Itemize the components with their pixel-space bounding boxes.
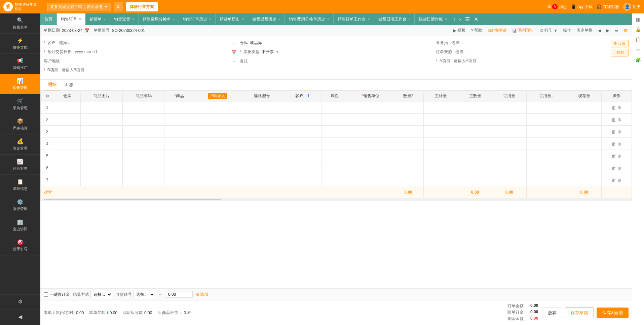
operation-btn[interactable]: 操作 <box>562 27 572 34</box>
sidebar-item-marketing[interactable]: 📢 营销推广 <box>0 54 40 74</box>
add-material-btn[interactable]: + 物料 <box>611 49 629 56</box>
one-click-checkbox-input[interactable] <box>44 292 48 297</box>
cell-stock[interactable] <box>567 101 601 114</box>
delete-icon[interactable]: 🗑 <box>611 153 616 159</box>
payment-method-select[interactable]: 选择... <box>90 291 112 298</box>
tab-summary[interactable]: 汇总 <box>61 80 77 90</box>
address-dots[interactable]: ··· <box>233 59 236 64</box>
nav-prev-btn[interactable]: ◀ <box>597 28 602 34</box>
print-btn[interactable]: 🖨 打印 ▼ <box>538 27 559 34</box>
tab-refund-history[interactable]: 销货退货历史 × <box>248 13 285 25</box>
copy-icon[interactable]: ⊕ <box>617 153 621 159</box>
sidebar-item-system[interactable]: ⚙️ 系统管理 <box>0 195 40 215</box>
right-star-btn[interactable]: ☆ <box>634 45 643 54</box>
sidebar-collapse-btn[interactable]: ◀ <box>0 310 40 325</box>
sidebar-item-quick[interactable]: ⚡ 快捷导航 <box>0 34 40 54</box>
customer-dots[interactable]: ··· <box>233 41 236 45</box>
tab-close-icon[interactable]: × <box>173 17 175 21</box>
help-btn[interactable]: ? 帮助 <box>469 27 484 34</box>
info-icon[interactable]: ℹ <box>107 310 108 315</box>
tab-return-history[interactable]: 销货单历史 × <box>216 13 248 25</box>
delete-icon[interactable]: 🗑 <box>611 165 616 171</box>
profit-btn[interactable]: 📊 毛利预告 <box>510 27 535 34</box>
order-source-input[interactable] <box>454 49 623 55</box>
tab-close-icon[interactable]: × <box>445 17 447 21</box>
tab-close-icon[interactable]: × <box>278 17 280 21</box>
salesperson-input[interactable] <box>450 40 622 46</box>
delete-icon[interactable]: 🗑 <box>611 141 616 147</box>
calendar-icon[interactable]: 📅 <box>84 28 89 33</box>
tab-sales-order[interactable]: 销售订单 × <box>57 13 85 25</box>
invoice-type-value[interactable]: 不开票 <box>262 49 274 55</box>
a-project-input[interactable] <box>452 58 629 64</box>
cell-product[interactable] <box>164 101 194 114</box>
tab-next-btn[interactable]: › <box>457 13 463 25</box>
save-new-btn[interactable]: 保存&新增 <box>597 308 629 318</box>
delete-icon[interactable]: 🗑 <box>611 117 616 122</box>
tab-close-all-btn[interactable]: ✕ <box>472 13 480 25</box>
sidebar-item-sales[interactable]: 📊 销售管理 <box>0 74 40 94</box>
copy-icon[interactable]: ⊕ <box>617 117 621 122</box>
tab-close-icon[interactable]: × <box>79 17 81 21</box>
right-lock-btn[interactable]: 🔒 <box>634 25 643 34</box>
date-value[interactable]: 2023-03-24 <box>62 28 82 33</box>
industry-btn[interactable]: 体验行业方案 <box>126 2 158 11</box>
tab-prev-btn[interactable]: ‹ <box>451 13 457 25</box>
right-clipboard-btn[interactable]: 📋 <box>634 35 643 44</box>
tab-expense-history[interactable]: 销售费用分摊单历史 × <box>285 13 334 25</box>
delivery-date-input[interactable] <box>74 49 229 55</box>
delete-icon[interactable]: 🗑 <box>611 129 616 134</box>
tab-cashflow-reconcile[interactable]: 钱货日清对账 × <box>415 13 451 25</box>
cell-main-qty[interactable] <box>458 101 492 114</box>
sidebar-item-purchase[interactable]: 🛒 采购管理 <box>0 94 40 114</box>
tab-cashflow-daily[interactable]: 钱货日清工作台 × <box>374 13 415 25</box>
copy-icon[interactable]: ⊕ <box>617 141 621 147</box>
cell-sales-unit[interactable] <box>348 101 393 114</box>
remark-input[interactable] <box>250 58 432 64</box>
address-input[interactable] <box>62 58 230 64</box>
online-service-btn[interactable]: 🎧 在线客服 <box>597 4 619 10</box>
settings-button[interactable]: ⚙ <box>114 2 123 11</box>
tab-close-icon[interactable]: × <box>409 17 411 21</box>
user-menu[interactable]: 👤 用友 <box>623 3 641 11</box>
one-click-checkbox[interactable]: 一键收订金 <box>44 292 70 297</box>
tab-close-icon[interactable]: × <box>368 17 370 21</box>
b-project-input[interactable] <box>60 67 629 73</box>
tab-close-icon[interactable]: × <box>104 17 106 21</box>
cell-warehouse[interactable] <box>54 101 81 114</box>
cell-attribute[interactable] <box>321 101 348 114</box>
sidebar-item-operations[interactable]: 📈 经营管理 <box>0 155 40 175</box>
cell-available2[interactable] <box>526 101 567 114</box>
add-link[interactable]: ⊕ 添加 <box>196 292 208 297</box>
cell-available[interactable] <box>492 101 526 114</box>
form-view-btn[interactable]: ⊞ <box>622 28 629 34</box>
cell-spec[interactable] <box>241 101 283 114</box>
cell-qty2[interactable] <box>393 101 424 114</box>
scrollbar-thumb[interactable] <box>44 199 221 200</box>
sidebar-item-guide[interactable]: 🎯 新手引导 <box>0 235 40 255</box>
right-puzzle-btn[interactable]: 🧩 <box>634 55 643 65</box>
history-btn[interactable]: 历史单据 <box>575 27 594 34</box>
sidebar-item-finance[interactable]: 💰 资金管理 <box>0 134 40 155</box>
col-gear[interactable]: ⚙ <box>41 91 54 101</box>
tab-close-icon[interactable]: × <box>132 17 134 21</box>
copy-icon[interactable]: ⊕ <box>617 129 621 134</box>
delete-icon[interactable]: 🗑 <box>611 105 616 110</box>
message-btn[interactable]: ✉ 9 消息 <box>547 4 567 10</box>
nav-next-btn[interactable]: ▶ <box>605 28 611 34</box>
tab-menu-btn[interactable]: ☰ <box>463 13 472 25</box>
sidebar-item-inventory[interactable]: 📦 库存核算 <box>0 114 40 134</box>
save-draft-btn[interactable]: 保存草稿 <box>565 308 594 318</box>
sidebar-item-basic[interactable]: 📋 基础信息 <box>0 175 40 195</box>
tab-close-icon[interactable]: × <box>209 17 211 21</box>
sidebar-item-search[interactable]: 🔍 搜索菜单 <box>0 13 40 34</box>
horizontal-scrollbar[interactable] <box>40 198 632 201</box>
chevron-down-icon[interactable]: ▼ <box>276 50 279 54</box>
tab-expense-split[interactable]: 销售费用分摊单 × <box>139 13 179 25</box>
tab-workbench[interactable]: 销售订单工作台 × <box>334 13 374 25</box>
app-download-btn[interactable]: 📱 App下载 <box>571 4 593 10</box>
cell-code[interactable] <box>122 101 164 114</box>
view-btn[interactable]: ▶ 视频 <box>452 27 467 34</box>
list-view-btn[interactable]: ☰ <box>613 28 620 34</box>
tab-order-history[interactable]: 销售订单历史 × <box>179 13 216 25</box>
